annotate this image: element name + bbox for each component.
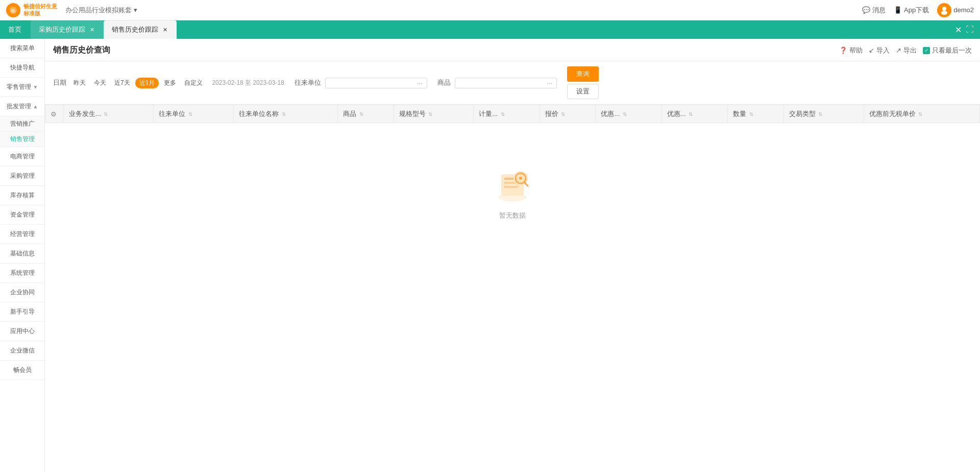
sidebar-item-wechat[interactable]: 企业微信: [0, 341, 44, 361]
sidebar-item-basic-info[interactable]: 基础信息: [0, 244, 44, 264]
col-biz-date[interactable]: 业务发生... ⇅: [64, 105, 154, 123]
message-nav-item[interactable]: 💬 消息: [862, 6, 886, 15]
last-only-label: 只看最后一次: [932, 46, 972, 55]
col-unit[interactable]: 计量... ⇅: [474, 105, 540, 123]
product-input[interactable]: [459, 79, 547, 87]
sidebar-item-search[interactable]: 搜索菜单: [0, 39, 44, 58]
sidebar-item-system[interactable]: 系统管理: [0, 264, 44, 283]
sidebar-item-member[interactable]: 畅会员: [0, 361, 44, 380]
empty-state: 暂无数据: [45, 123, 980, 261]
help-label: 帮助: [849, 46, 863, 55]
col-biz-date-label: 业务发生...: [69, 110, 101, 117]
col-trade-type[interactable]: 交易类型 ⇅: [783, 105, 864, 123]
sidebar-item-ecommerce[interactable]: 电商管理: [0, 147, 44, 167]
svg-rect-7: [504, 182, 516, 184]
data-table: ⚙ 业务发生... ⇅ 往来单位 ⇅ 往来单位名称 ⇅: [45, 105, 980, 123]
sidebar-item-wholesale[interactable]: 批发管理 ▲: [0, 97, 44, 116]
export-icon: ↗: [896, 46, 901, 54]
tab-purchase-close[interactable]: ✕: [88, 26, 95, 33]
sidebar-item-operations[interactable]: 经营管理: [0, 225, 44, 244]
col-partner-code[interactable]: 往来单位 ⇅: [154, 105, 234, 123]
partner-input-wrap: ···: [325, 78, 427, 88]
tab-home[interactable]: 首页: [0, 20, 30, 39]
sidebar-ecommerce-label: 电商管理: [10, 152, 35, 161]
col-settings[interactable]: ⚙: [45, 105, 64, 123]
setting-button[interactable]: 设置: [567, 84, 599, 99]
col-partner-name-label: 往来单位名称: [239, 110, 279, 117]
app-selector[interactable]: 办公用品行业模拟账套 ▾: [61, 6, 141, 15]
import-button[interactable]: ↙ 导入: [869, 46, 890, 55]
col-partner-name[interactable]: 往来单位名称 ⇅: [234, 105, 338, 123]
download-icon: 📱: [894, 6, 902, 14]
help-icon: ❓: [839, 46, 847, 54]
svg-point-12: [519, 177, 522, 180]
partner-input[interactable]: [330, 79, 417, 87]
sort-icon: ⇅: [918, 111, 922, 117]
col-discount1[interactable]: 优惠... ⇅: [596, 105, 662, 123]
user-profile[interactable]: demo2: [937, 3, 974, 17]
tab-purchase[interactable]: 采购历史价跟踪 ✕: [31, 20, 104, 39]
sidebar-item-inventory[interactable]: 库存核算: [0, 186, 44, 205]
query-button[interactable]: 查询: [567, 66, 599, 82]
date-label: 日期: [53, 78, 66, 87]
date-option-yesterday[interactable]: 昨天: [70, 78, 89, 88]
date-option-last7[interactable]: 近7天: [111, 78, 133, 88]
sidebar-operations-label: 经营管理: [10, 230, 35, 239]
col-trade-type-label: 交易类型: [789, 110, 816, 117]
partner-picker-icon[interactable]: ···: [417, 79, 423, 87]
sort-icon: ⇅: [501, 111, 505, 117]
help-button[interactable]: ❓ 帮助: [839, 46, 863, 55]
sidebar-item-guide[interactable]: 新手引导: [0, 302, 44, 322]
top-bar-right: 💬 消息 📱 App下载 demo2: [862, 3, 974, 17]
app-download-nav-item[interactable]: 📱 App下载: [894, 6, 929, 15]
sidebar-finance-label: 资金管理: [10, 210, 35, 219]
partner-filter-group: 往来单位 ···: [295, 78, 427, 88]
col-discount2[interactable]: 优惠... ⇅: [662, 105, 727, 123]
sort-icon: ⇅: [749, 111, 753, 117]
date-option-more[interactable]: 更多: [161, 78, 179, 88]
tab-sales[interactable]: 销售历史价跟踪 ✕: [104, 20, 177, 39]
close-all-icon[interactable]: ✕: [955, 25, 962, 35]
tab-sales-close[interactable]: ✕: [161, 26, 168, 33]
col-quote[interactable]: 报价 ⇅: [540, 105, 596, 123]
col-quantity[interactable]: 数量 ⇅: [728, 105, 784, 123]
settings-icon[interactable]: ⚙: [51, 110, 57, 118]
sidebar-wechat-label: 企业微信: [10, 346, 35, 355]
col-product[interactable]: 商品 ⇅: [337, 105, 394, 123]
col-spec[interactable]: 规格型号 ⇅: [394, 105, 474, 123]
empty-text: 暂无数据: [499, 211, 526, 220]
sort-icon: ⇅: [689, 111, 693, 117]
date-option-last1m[interactable]: 近1月: [135, 78, 159, 88]
sidebar-search-label: 搜索菜单: [10, 44, 35, 53]
col-quantity-label: 数量: [733, 110, 746, 117]
sidebar-item-retail[interactable]: 零售管理 ▼: [0, 78, 44, 97]
product-filter-group: 商品 ···: [437, 78, 557, 88]
sidebar-item-cooperation[interactable]: 企业协同: [0, 283, 44, 302]
sidebar-item-purchase[interactable]: 采购管理: [0, 167, 44, 186]
sidebar-item-sales-mgmt[interactable]: 销售管理: [0, 132, 44, 147]
date-option-today[interactable]: 今天: [91, 78, 109, 88]
date-option-custom[interactable]: 自定义: [181, 78, 206, 88]
main-layout: 搜索菜单 快捷导航 零售管理 ▼ 批发管理 ▲ 营销推广 销售管理 电商管理 采…: [0, 39, 980, 472]
content-area: 销售历史价查询 ❓ 帮助 ↙ 导入 ↗ 导出 ✓ 只看最后一次: [45, 39, 980, 472]
svg-rect-8: [504, 186, 518, 188]
tab-purchase-label: 采购历史价跟踪: [39, 25, 85, 34]
sidebar-item-app-center[interactable]: 应用中心: [0, 322, 44, 341]
col-pretax-price[interactable]: 优惠前无税单价 ⇅: [864, 105, 979, 123]
expand-icon[interactable]: ⛶: [966, 25, 974, 34]
last-only-checkbox[interactable]: ✓ 只看最后一次: [923, 46, 972, 55]
product-picker-icon[interactable]: ···: [547, 79, 552, 87]
sidebar-item-marketing[interactable]: 营销推广: [0, 116, 44, 132]
export-button[interactable]: ↗ 导出: [896, 46, 917, 55]
sidebar-member-label: 畅会员: [13, 366, 32, 374]
sidebar-item-shortcut[interactable]: 快捷导航: [0, 58, 44, 78]
sidebar-marketing-label: 营销推广: [10, 120, 35, 127]
page-title: 销售历史价查询: [53, 45, 110, 56]
date-filter-group: 日期 昨天 今天 近7天 近1月 更多 自定义 2023-02-18 至 202…: [53, 78, 284, 88]
col-pretax-price-label: 优惠前无税单价: [869, 110, 916, 117]
sidebar-item-finance[interactable]: 资金管理: [0, 205, 44, 225]
sidebar-guide-label: 新手引导: [10, 308, 35, 316]
col-product-label: 商品: [343, 110, 356, 117]
col-unit-label: 计量...: [479, 110, 498, 117]
partner-label: 往来单位: [295, 78, 321, 87]
